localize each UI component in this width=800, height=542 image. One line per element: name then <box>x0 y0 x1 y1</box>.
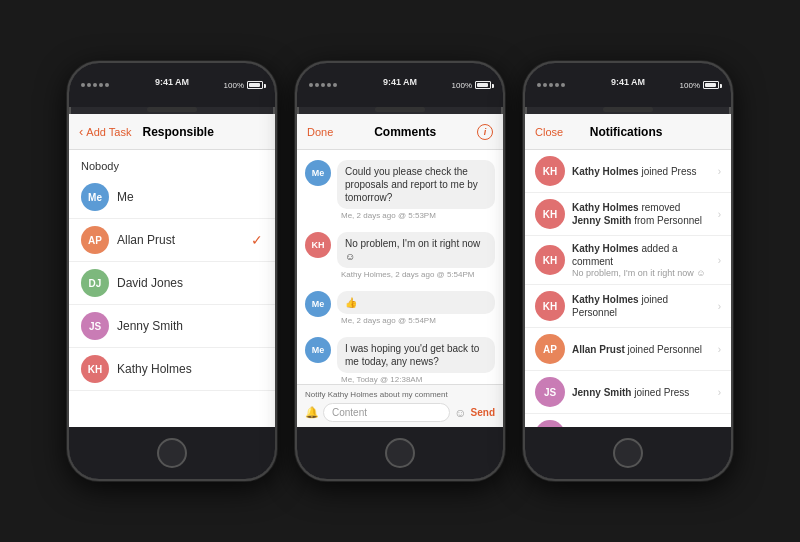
notif-item-4[interactable]: AP Allan Prust joined Personnel › <box>525 328 731 371</box>
comment-input-bar: Notify Kathy Holmes about my comment 🔔 C… <box>297 384 503 427</box>
status-time-1: 9:41 AM <box>155 77 189 87</box>
phone-bottom-1 <box>69 427 275 479</box>
avatar-initials-kathy: KH <box>88 364 102 375</box>
notif-avatar-5: JS <box>535 377 565 407</box>
battery-icon-1 <box>247 81 263 89</box>
comment-content-3: 👍 Me, 2 days ago @ 5:54PM <box>337 291 495 325</box>
chevron-right-0: › <box>718 166 721 177</box>
notifications-list: KH Kathy Holmes joined Press › KH Kathy … <box>525 150 731 427</box>
avatar-initials-allan: AP <box>88 235 102 246</box>
battery-fill-1 <box>249 83 260 87</box>
responsible-list: Nobody Me Me AP Allan Prust ✓ DJ <box>69 150 275 427</box>
comment-input[interactable]: Content <box>323 403 450 422</box>
bell-icon: 🔔 <box>305 406 319 419</box>
status-time-3: 9:41 AM <box>611 77 645 87</box>
signal-dots-2 <box>309 83 337 87</box>
comment-2: KH No problem, I'm on it right now ☺ Kat… <box>297 228 503 283</box>
home-button-2[interactable] <box>385 438 415 468</box>
comment-avatar-1: Me <box>305 160 331 186</box>
nav-back-1[interactable]: ‹ Add Task <box>79 124 131 139</box>
avatar-allan: AP <box>81 226 109 254</box>
status-right-1: 100% <box>224 81 263 90</box>
speaker-2 <box>375 107 425 112</box>
nav-done-2[interactable]: Done <box>307 126 333 138</box>
nav-bar-1: ‹ Add Task Responsible <box>69 114 275 150</box>
notif-content-0: Kathy Holmes joined Press <box>572 165 711 178</box>
notif-item-5[interactable]: JS Jenny Smith joined Press › <box>525 371 731 414</box>
info-icon-2[interactable]: i <box>477 124 493 140</box>
signal-dots-1 <box>81 83 109 87</box>
item-name-david: David Jones <box>117 276 263 290</box>
speaker-1 <box>147 107 197 112</box>
send-button[interactable]: Send <box>471 407 495 418</box>
notif-avatar-4: AP <box>535 334 565 364</box>
comments-list: Me Could you please check the proposals … <box>297 150 503 384</box>
notif-content-4: Allan Prust joined Personnel <box>572 343 711 356</box>
battery-icon-2 <box>475 81 491 89</box>
nav-bar-3: Close Notifications <box>525 114 731 150</box>
notif-content-2: Kathy Holmes added a comment No problem,… <box>572 242 711 278</box>
notify-text: Notify Kathy Holmes about my comment <box>305 390 495 399</box>
notif-text-2: Kathy Holmes added a comment <box>572 242 711 268</box>
status-right-2: 100% <box>452 81 491 90</box>
nobody-label: Nobody <box>69 150 275 176</box>
nav-bar-2: Done Comments i <box>297 114 503 150</box>
notif-text-3: Kathy Holmes joined Personnel <box>572 293 711 319</box>
comment-input-row: 🔔 Content ☺ Send <box>305 403 495 422</box>
comment-3: Me 👍 Me, 2 days ago @ 5:54PM <box>297 287 503 329</box>
signal-dots-3 <box>537 83 565 87</box>
comment-meta-2: Kathy Holmes, 2 days ago @ 5:54PM <box>337 270 495 279</box>
home-button-1[interactable] <box>157 438 187 468</box>
battery-fill-3 <box>705 83 716 87</box>
responsible-item-allan[interactable]: AP Allan Prust ✓ <box>69 219 275 262</box>
responsible-item-david[interactable]: DJ David Jones <box>69 262 275 305</box>
chevron-right-3: › <box>718 301 721 312</box>
comment-text-4: I was hoping you'd get back to me today,… <box>337 337 495 373</box>
battery-icon-3 <box>703 81 719 89</box>
avatar-jenny: JS <box>81 312 109 340</box>
notif-avatar-3: KH <box>535 291 565 321</box>
nav-title-3: Notifications <box>563 125 689 139</box>
comment-content-2: No problem, I'm on it right now ☺ Kathy … <box>337 232 495 279</box>
nav-back-label-1: Add Task <box>86 126 131 138</box>
notif-content-3: Kathy Holmes joined Personnel <box>572 293 711 319</box>
comment-meta-4: Me, Today @ 12:38AM <box>337 375 495 384</box>
status-right-3: 100% <box>680 81 719 90</box>
screen-responsible: ‹ Add Task Responsible Nobody Me Me AP <box>69 114 275 427</box>
comment-4: Me I was hoping you'd get back to me tod… <box>297 333 503 384</box>
notif-avatar-0: KH <box>535 156 565 186</box>
notif-item-3[interactable]: KH Kathy Holmes joined Personnel › <box>525 285 731 328</box>
avatar-kathy: KH <box>81 355 109 383</box>
comment-text-3: 👍 <box>337 291 495 314</box>
phone-notifications: 9:41 AM 100% Close Notifications KH <box>523 61 733 481</box>
emoji-icon[interactable]: ☺ <box>454 406 466 420</box>
notif-item-6[interactable]: JS Jenny Smith joined Personnel › <box>525 414 731 427</box>
battery-percent-1: 100% <box>224 81 244 90</box>
phone-top-1: 9:41 AM 100% <box>69 63 275 107</box>
nav-title-2: Comments <box>333 125 477 139</box>
avatar-david: DJ <box>81 269 109 297</box>
notif-text-0: Kathy Holmes joined Press <box>572 165 711 178</box>
nav-close-3[interactable]: Close <box>535 126 563 138</box>
notif-text-5: Jenny Smith joined Press <box>572 386 711 399</box>
comment-avatar-3: Me <box>305 291 331 317</box>
home-button-3[interactable] <box>613 438 643 468</box>
input-placeholder: Content <box>332 407 367 418</box>
avatar-initials-david: DJ <box>89 278 102 289</box>
phone-responsible: 9:41 AM 100% ‹ Add Task Responsible Nobo… <box>67 61 277 481</box>
notif-content-5: Jenny Smith joined Press <box>572 386 711 399</box>
notif-item-2[interactable]: KH Kathy Holmes added a comment No probl… <box>525 236 731 285</box>
responsible-item-me[interactable]: Me Me <box>69 176 275 219</box>
comment-1: Me Could you please check the proposals … <box>297 156 503 224</box>
item-name-me: Me <box>117 190 263 204</box>
notif-item-0[interactable]: KH Kathy Holmes joined Press › <box>525 150 731 193</box>
phone-top-2: 9:41 AM 100% <box>297 63 503 107</box>
screen-notifications: Close Notifications KH Kathy Holmes join… <box>525 114 731 427</box>
chevron-left-1: ‹ <box>79 124 83 139</box>
responsible-item-kathy[interactable]: KH Kathy Holmes <box>69 348 275 391</box>
battery-percent-3: 100% <box>680 81 700 90</box>
responsible-item-jenny[interactable]: JS Jenny Smith <box>69 305 275 348</box>
battery-fill-2 <box>477 83 488 87</box>
notif-item-1[interactable]: KH Kathy Holmes removed Jenny Smith from… <box>525 193 731 236</box>
notif-content-1: Kathy Holmes removed Jenny Smith from Pe… <box>572 201 711 227</box>
